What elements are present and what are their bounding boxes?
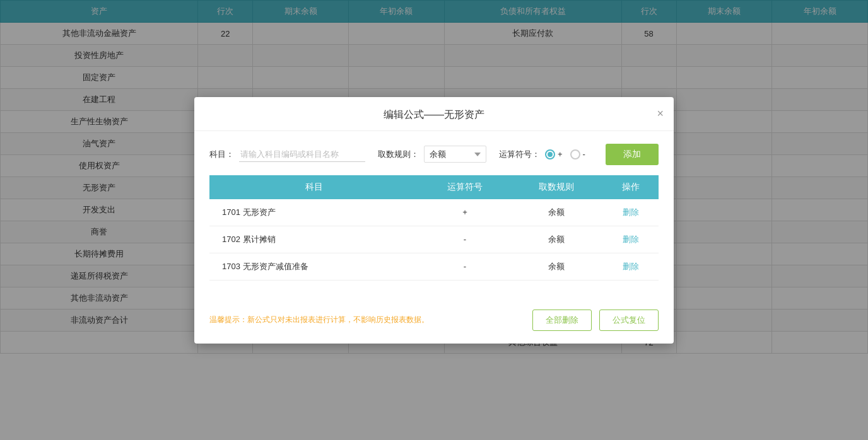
cell-operator: - — [419, 226, 510, 253]
radio-minus-circle — [570, 149, 580, 159]
radio-plus-circle — [545, 149, 555, 159]
modal-header: 编辑公式——无形资产 × — [194, 97, 674, 131]
cell-rule: 余额 — [511, 253, 602, 280]
cell-subject: 1701 无形资产 — [209, 199, 419, 226]
operator-label: 运算符号： — [499, 149, 540, 160]
modal-dialog: 编辑公式——无形资产 × 科目： 取数规则： 余额 借方 贷方 借方发生额 — [194, 97, 674, 344]
delete-all-button[interactable]: 全部删除 — [532, 310, 592, 331]
col-action: 操作 — [602, 175, 659, 199]
close-button[interactable]: × — [657, 108, 664, 119]
cell-action: 删除 — [602, 253, 659, 280]
rule-group: 取数规则： 余额 借方 贷方 借方发生额 贷方发生额 — [378, 146, 486, 163]
operator-radio-group: + - — [545, 149, 585, 159]
cell-operator: + — [419, 199, 510, 226]
reset-formula-button[interactable]: 公式复位 — [599, 310, 659, 331]
cell-subject: 1703 无形资产减值准备 — [209, 253, 419, 280]
delete-row-button[interactable]: 删除 — [623, 207, 639, 218]
subject-group: 科目： — [209, 147, 365, 162]
modal-title: 编辑公式——无形资产 — [384, 109, 484, 120]
cell-action: 删除 — [602, 226, 659, 253]
col-subject: 科目 — [209, 175, 419, 199]
operator-minus-radio[interactable]: - — [570, 149, 585, 159]
subject-label: 科目： — [209, 149, 234, 160]
table-row: 1703 无形资产减值准备-余额删除 — [209, 253, 659, 280]
rule-select[interactable]: 余额 借方 贷方 借方发生额 贷方发生额 — [424, 146, 486, 163]
cell-rule: 余额 — [511, 226, 602, 253]
operator-group: 运算符号： + - — [499, 149, 585, 160]
delete-row-button[interactable]: 删除 — [623, 261, 639, 272]
cell-operator: - — [419, 253, 510, 280]
operator-plus-label: + — [558, 149, 563, 159]
table-row: 1702 累计摊销-余额删除 — [209, 226, 659, 253]
form-row: 科目： 取数规则： 余额 借方 贷方 借方发生额 贷方发生额 运算符号： — [209, 144, 659, 165]
subject-input[interactable] — [239, 147, 365, 162]
cell-rule: 余额 — [511, 199, 602, 226]
footer-tip: 温馨提示：新公式只对未出报表进行计算，不影响历史报表数据。 — [209, 315, 429, 325]
footer-buttons: 全部删除 公式复位 — [532, 310, 659, 331]
modal-overlay: 编辑公式——无形资产 × 科目： 取数规则： 余额 借方 贷方 借方发生额 — [0, 0, 868, 440]
table-row: 1701 无形资产+余额删除 — [209, 199, 659, 226]
col-operator: 运算符号 — [419, 175, 510, 199]
rule-label: 取数规则： — [378, 149, 419, 160]
add-button[interactable]: 添加 — [606, 144, 659, 165]
cell-action: 删除 — [602, 199, 659, 226]
col-rule: 取数规则 — [511, 175, 602, 199]
modal-body: 科目： 取数规则： 余额 借方 贷方 借方发生额 贷方发生额 运算符号： — [194, 131, 674, 303]
operator-minus-label: - — [583, 149, 585, 159]
modal-footer: 温馨提示：新公式只对未出报表进行计算，不影响历史报表数据。 全部删除 公式复位 — [194, 303, 674, 344]
delete-row-button[interactable]: 删除 — [623, 234, 639, 245]
operator-plus-radio[interactable]: + — [545, 149, 563, 159]
cell-subject: 1702 累计摊销 — [209, 226, 419, 253]
formula-table: 科目 运算符号 取数规则 操作 1701 无形资产+余额删除1702 累计摊销-… — [209, 175, 659, 281]
